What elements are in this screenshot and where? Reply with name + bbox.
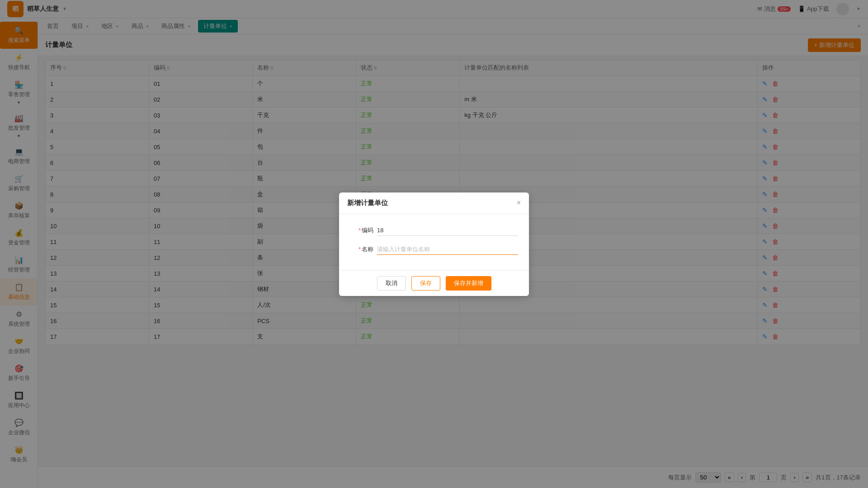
modal-body: 编码 名称 (339, 214, 529, 270)
name-required-star (359, 246, 362, 253)
modal-header: 新增计量单位 × (339, 192, 529, 214)
code-required-star (359, 227, 362, 234)
code-input[interactable] (377, 225, 518, 236)
code-form-row: 编码 (350, 225, 518, 236)
name-input[interactable] (377, 244, 518, 255)
name-form-row: 名称 (350, 244, 518, 255)
modal-close-btn[interactable]: × (517, 199, 521, 207)
name-label: 名称 (350, 245, 377, 253)
save-new-button[interactable]: 保存并新增 (446, 276, 491, 291)
save-button[interactable]: 保存 (411, 276, 440, 291)
code-label: 编码 (350, 226, 377, 235)
modal-overlay[interactable]: 新增计量单位 × 编码 名称 取消 保存 保存并新增 (0, 0, 868, 488)
add-unit-modal: 新增计量单位 × 编码 名称 取消 保存 保存并新增 (339, 192, 529, 296)
cancel-button[interactable]: 取消 (377, 276, 406, 291)
modal-title: 新增计量单位 (347, 199, 388, 207)
modal-footer: 取消 保存 保存并新增 (339, 270, 529, 296)
